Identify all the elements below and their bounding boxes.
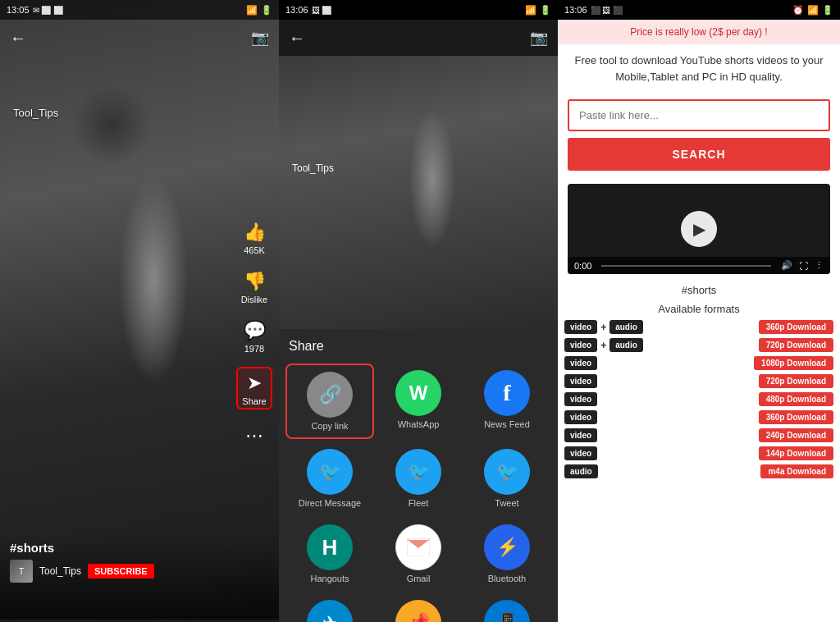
share-item-gmail[interactable]: Gmail [374, 518, 463, 590]
dl-video-controls: 0:00 🔊 ⛶ ⋮ [568, 257, 830, 274]
more-dots-icon: ⋯ [241, 423, 267, 449]
dl-alarm-icon: ⏰ [792, 5, 804, 16]
download-btn-720p-2[interactable]: 720p Download [759, 374, 833, 388]
direct-message-icon: 🐦 [307, 449, 353, 495]
fleet-icon: 🐦 [395, 449, 441, 495]
share-button[interactable]: ➤ Share [236, 367, 272, 409]
seek-bar[interactable] [601, 265, 771, 267]
share-item-news-feed[interactable]: f News Feed [463, 364, 551, 439]
download-btn-144p[interactable]: 144p Download [759, 446, 833, 460]
share-item-copy-link[interactable]: 🔗 Copy link [285, 364, 374, 439]
share-status-left: 13:06 🖼 ⬜ [285, 5, 331, 15]
format-badge-video-5: video [564, 410, 597, 424]
dl-formats-title: Available formats [558, 300, 840, 320]
paste-link-input[interactable] [568, 99, 830, 131]
bluetooth-label: Bluetooth [488, 574, 526, 583]
format-row-0: video + audio 360p Download [564, 320, 833, 334]
share-video-thumb: Tool_Tips [279, 56, 558, 329]
format-badge-video-1: video [564, 338, 597, 352]
share-back-arrow[interactable]: ← [289, 29, 305, 48]
share-video-bg [279, 56, 558, 329]
download-panel: 13:06 ⬛ 🖼 ⬛ ⏰ 📶 🔋 Price is really low (2… [558, 0, 840, 622]
like-count: 465K [244, 245, 265, 255]
format-badge-audio-2: audio [564, 464, 598, 478]
dl-status-left: 13:06 ⬛ 🖼 ⬛ [564, 5, 623, 15]
format-row-8: audio m4a Download [564, 464, 833, 478]
back-arrow-icon[interactable]: ← [10, 29, 26, 48]
format-row-3: video 720p Download [564, 374, 833, 388]
share-item-hangouts[interactable]: H Hangouts [285, 518, 374, 590]
download-btn-360p-1[interactable]: 360p Download [759, 320, 833, 334]
download-btn-480p[interactable]: 480p Download [759, 392, 833, 406]
dl-status-right: ⏰ 📶 🔋 [792, 5, 833, 16]
gmail-icon [395, 524, 441, 570]
share-item-your-phone[interactable]: 📱 Your Phone Comp... [463, 593, 551, 622]
share-status-right: 📶 🔋 [525, 5, 551, 16]
subscribe-button[interactable]: SUBSCRIBE [88, 564, 154, 579]
comment-button[interactable]: 💬 1978 [241, 318, 267, 354]
dl-video-title: #shorts [558, 281, 840, 300]
player-panel: 13:05 ✉ ⬜ ⬜ 📶 🔋 ← 📷 Tool_Tips 👍 465K 👎 D… [0, 0, 279, 622]
share-time: 13:06 [285, 5, 308, 15]
notification-icon: ✉ ⬜ ⬜ [33, 6, 64, 15]
play-button[interactable]: ▶ [681, 211, 717, 247]
thumbs-up-icon: 👍 [241, 219, 267, 245]
gmail-label: Gmail [407, 574, 431, 583]
format-badge-video-7: video [564, 446, 597, 460]
share-label: Share [242, 396, 266, 406]
download-btn-m4a[interactable]: m4a Download [760, 464, 833, 478]
promo-banner: Price is really low (2$ per day) ! [558, 20, 840, 44]
whatsapp-label: WhatsApp [398, 419, 440, 429]
share-dialog-title: Share [285, 339, 551, 354]
download-btn-360p-2[interactable]: 360p Download [759, 410, 833, 424]
volume-icon[interactable]: 🔊 [781, 260, 792, 271]
share-channel-text: Tool_Tips [292, 162, 334, 174]
dislike-button[interactable]: 👎 Dislike [241, 268, 267, 304]
status-left: 13:05 ✉ ⬜ ⬜ [7, 5, 63, 15]
your-phone-icon: 📱 [484, 600, 530, 622]
tweet-label: Tweet [495, 498, 518, 508]
dl-wifi-icon: 📶 [807, 5, 819, 16]
camera-icon[interactable]: 📷 [251, 29, 269, 47]
battery-icon: 🔋 [261, 5, 272, 16]
more-button[interactable]: ⋯ [241, 423, 267, 449]
format-badge-video-6: video [564, 428, 597, 442]
like-button[interactable]: 👍 465K [241, 219, 267, 255]
player-top-bar: ← 📷 [0, 20, 279, 56]
player-status-bar: 13:05 ✉ ⬜ ⬜ 📶 🔋 [0, 0, 279, 20]
player-actions: 👍 465K 👎 Dislike 💬 1978 ➤ Share ⋯ [236, 219, 272, 449]
player-time: 13:05 [7, 5, 30, 15]
search-button[interactable]: SEARCH [568, 138, 830, 171]
format-row-2: video 1080p Download [564, 356, 833, 370]
share-wifi-icon: 📶 [525, 5, 536, 16]
video-time: 0:00 [574, 261, 591, 271]
promo-text: Price is really low (2$ per day) ! [630, 26, 767, 38]
download-btn-720p-1[interactable]: 720p Download [759, 338, 833, 352]
download-btn-240p[interactable]: 240p Download [759, 428, 833, 442]
fleet-label: Fleet [409, 498, 428, 508]
dl-description: Free tool to download YouTube shorts vid… [558, 44, 840, 93]
share-item-telegram[interactable]: ✈ Telegram [285, 593, 374, 622]
share-item-tweet[interactable]: 🐦 Tweet [463, 442, 551, 515]
keep-notes-icon: 📌 [395, 600, 441, 622]
dl-battery-icon: 🔋 [822, 5, 833, 16]
share-item-fleet[interactable]: 🐦 Fleet [374, 442, 463, 515]
dl-video-player[interactable]: ▶ 0:00 🔊 ⛶ ⋮ [568, 184, 830, 274]
share-icon: ➤ [241, 370, 267, 396]
download-btn-1080p[interactable]: 1080p Download [754, 356, 833, 370]
avatar: T [10, 560, 33, 583]
share-item-whatsapp[interactable]: W WhatsApp [374, 364, 463, 439]
share-camera-icon[interactable]: 📷 [530, 29, 548, 47]
news-feed-label: News Feed [484, 419, 530, 429]
share-item-direct-message[interactable]: 🐦 Direct Message [285, 442, 374, 515]
share-top-bar: ← 📷 [279, 20, 558, 56]
hangouts-label: Hangouts [310, 574, 349, 583]
telegram-icon: ✈ [307, 600, 353, 622]
direct-message-label: Direct Message [299, 498, 361, 508]
more-options-icon[interactable]: ⋮ [815, 260, 824, 271]
share-status-bar: 13:06 🖼 ⬜ 📶 🔋 [279, 0, 558, 20]
share-item-bluetooth[interactable]: ⚡ Bluetooth [463, 518, 551, 590]
tweet-icon: 🐦 [484, 449, 530, 495]
fullscreen-icon[interactable]: ⛶ [799, 261, 808, 271]
share-item-keep-notes[interactable]: 📌 Keep notes [374, 593, 463, 622]
